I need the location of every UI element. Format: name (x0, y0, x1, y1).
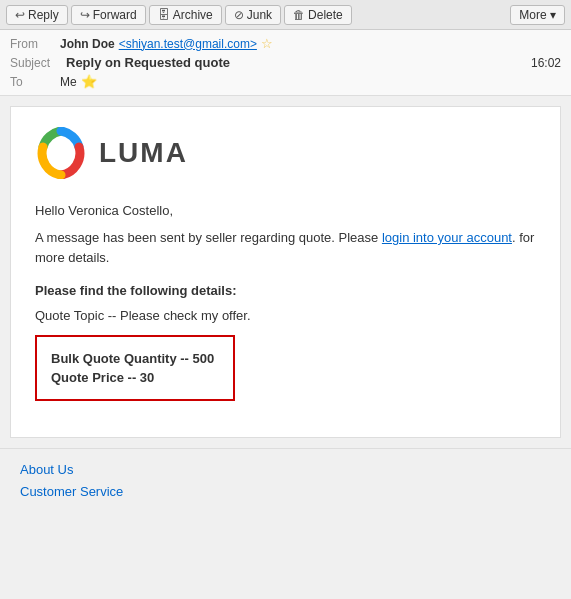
message-part1: A message has been sent by seller regard… (35, 230, 382, 245)
bulk-quote-quantity: Bulk Quote Quantity -- 500 (51, 351, 219, 366)
login-link[interactable]: login into your account (382, 230, 512, 245)
toolbar: ↩ Reply ↪ Forward 🗄 Archive ⊘ Junk 🗑 Del… (0, 0, 571, 30)
about-us-link[interactable]: About Us (20, 459, 551, 481)
to-label: To (10, 75, 60, 89)
customer-service-link[interactable]: Customer Service (20, 481, 551, 503)
archive-icon: 🗄 (158, 8, 170, 22)
luma-logo-icon (35, 127, 87, 179)
to-star-icon: ⭐ (81, 74, 97, 89)
to-name: Me (60, 75, 77, 89)
email-header: From John Doe <shiyan.test@gmail.com> ☆ … (0, 30, 571, 96)
greeting-text: Hello Veronica Costello, (35, 203, 536, 218)
forward-button[interactable]: ↪ Forward (71, 5, 146, 25)
subject-row: Subject Reply on Requested quote 16:02 (10, 53, 561, 72)
reply-icon: ↩ (15, 8, 25, 22)
subject-text: Reply on Requested quote (66, 55, 230, 70)
quote-price: Quote Price -- 30 (51, 370, 219, 385)
email-content-area[interactable]: LUMA Hello Veronica Costello, A message … (0, 96, 571, 599)
star-icon[interactable]: ☆ (261, 36, 273, 51)
junk-button[interactable]: ⊘ Junk (225, 5, 281, 25)
junk-label: Junk (247, 8, 272, 22)
forward-icon: ↪ (80, 8, 90, 22)
email-body: LUMA Hello Veronica Costello, A message … (10, 106, 561, 438)
quote-topic: Quote Topic -- Please check my offer. (35, 308, 536, 323)
reply-label: Reply (28, 8, 59, 22)
email-footer: About Us Customer Service (0, 448, 571, 513)
from-label: From (10, 37, 60, 51)
more-button[interactable]: More ▾ (510, 5, 565, 25)
to-row: To Me ⭐ (10, 72, 561, 91)
forward-label: Forward (93, 8, 137, 22)
luma-logo: LUMA (35, 127, 536, 179)
delete-icon: 🗑 (293, 8, 305, 22)
details-header: Please find the following details: (35, 283, 536, 298)
email-time: 16:02 (531, 56, 561, 70)
reply-button[interactable]: ↩ Reply (6, 5, 68, 25)
message-text: A message has been sent by seller regard… (35, 228, 536, 267)
archive-label: Archive (173, 8, 213, 22)
delete-button[interactable]: 🗑 Delete (284, 5, 352, 25)
from-name: John Doe (60, 37, 115, 51)
more-label: More ▾ (519, 8, 556, 22)
luma-brand-text: LUMA (99, 137, 188, 169)
quote-details-box: Bulk Quote Quantity -- 500 Quote Price -… (35, 335, 235, 401)
junk-icon: ⊘ (234, 8, 244, 22)
delete-label: Delete (308, 8, 343, 22)
from-row: From John Doe <shiyan.test@gmail.com> ☆ (10, 34, 561, 53)
subject-label: Subject (10, 56, 60, 70)
archive-button[interactable]: 🗄 Archive (149, 5, 222, 25)
from-email[interactable]: <shiyan.test@gmail.com> (119, 37, 257, 51)
